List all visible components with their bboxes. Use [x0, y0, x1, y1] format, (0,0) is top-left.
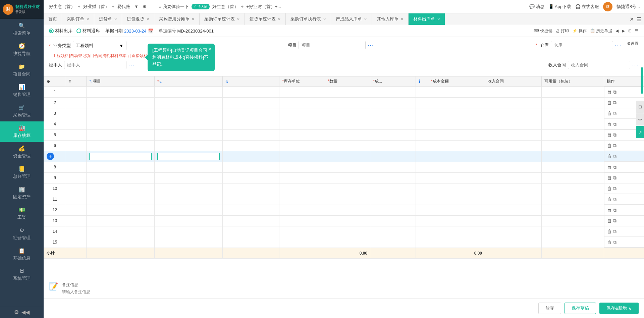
date-value[interactable]: 2023-03-24 [124, 29, 147, 34]
tab-close-other-receipt[interactable]: ✕ [400, 17, 404, 21]
topbar-username[interactable]: 畅捷通8号... [616, 4, 640, 10]
tab-close-material-issue[interactable]: ✕ [437, 17, 440, 21]
sidebar-item-sales[interactable]: 📊 销售管理 [0, 81, 44, 101]
user-avatar[interactable]: 财 [603, 2, 612, 11]
shortcut-btn[interactable]: ⌨ 快捷键 [534, 28, 552, 34]
topbar-nav-hs2[interactable]: 好生意（首） [211, 3, 240, 10]
tab-close-purchase-order[interactable]: ✕ [86, 17, 89, 21]
row-delete-btn[interactable]: 🗑 [607, 154, 612, 159]
tab-close-finished-goods[interactable]: ✕ [364, 17, 367, 21]
cost-info-icon[interactable]: ℹ [419, 79, 420, 84]
topbar-app-download[interactable]: 📱 App下载 [548, 4, 571, 10]
tab-material-issue[interactable]: 材料出库单✕ [409, 13, 445, 25]
radio-material-return[interactable]: 材料退库 [76, 28, 100, 34]
row-delete-btn[interactable]: 🗑 [607, 186, 612, 191]
tab-finished-goods[interactable]: 产成品入库单✕ [331, 13, 372, 25]
row-delete-btn[interactable]: 🗑 [607, 132, 612, 138]
row-input-material[interactable] [157, 153, 220, 160]
business-type-select[interactable]: 工程领料 ▼ [73, 41, 126, 50]
discard-button[interactable]: 放弃 [538, 303, 561, 314]
row-copy-btn[interactable]: ⧉ [613, 218, 616, 224]
save-new-button[interactable]: 保存&新增 ∧ [599, 303, 639, 314]
row-copy-btn[interactable]: ⧉ [613, 186, 616, 192]
tab-close-purchase-expense[interactable]: ✕ [192, 17, 195, 21]
topbar-nav-yidaizhang[interactable]: 易代账 [116, 3, 131, 10]
settings-form-btn[interactable]: ⚙设置 [627, 41, 639, 47]
print-btn[interactable]: 🖨 打印 [556, 28, 569, 34]
row-copy-btn[interactable]: ⧉ [613, 207, 616, 213]
tab-close-order-exec[interactable]: ✕ [323, 17, 326, 21]
tab-close-goods-receipt[interactable]: ✕ [114, 17, 117, 21]
topbar-nav-more[interactable]: ▼ [133, 3, 140, 10]
row-delete-btn[interactable]: 🗑 [607, 240, 612, 245]
right-panel-btn-1[interactable]: ⊞ [636, 101, 644, 113]
tab-order-exec[interactable]: 采购订单执行表✕ [286, 13, 331, 25]
tab-goods-receipt[interactable]: 进货单✕ [94, 13, 122, 25]
project-dots-btn[interactable]: ··· [368, 42, 374, 48]
radio-material-issue[interactable]: 材料出库 [49, 28, 72, 34]
tab-purchase-stats[interactable]: 采购订单统计表✕ [200, 13, 245, 25]
tab-close-receipt-stats[interactable]: ✕ [278, 17, 281, 21]
row-copy-btn[interactable]: ⧉ [613, 111, 616, 116]
sidebar-item-finance[interactable]: 💰 资金管理 [0, 142, 44, 162]
list-view-btn[interactable]: ☰ [635, 29, 639, 33]
right-panel-btn-3[interactable]: ↗ [636, 126, 644, 138]
tab-home[interactable]: 首页 [44, 13, 62, 25]
sidebar-item-ops[interactable]: ⚙ 经营管理 [0, 224, 44, 244]
income-contract-dots-btn[interactable]: ··· [632, 62, 639, 68]
tab-close-all[interactable]: ✕ [630, 16, 634, 22]
sidebar-item-base[interactable]: 📋 基础信息 [0, 244, 44, 265]
row-delete-btn[interactable]: 🗑 [607, 111, 612, 116]
handler-dots-btn[interactable]: ··· [128, 62, 135, 68]
row-copy-btn[interactable]: ⧉ [613, 164, 616, 170]
sidebar-item-assets[interactable]: 🏢 固定资产 [0, 183, 44, 203]
tab-purchase-order[interactable]: 采购订单✕ [62, 13, 94, 25]
topbar-online-service[interactable]: 🎧 在线客服 [575, 4, 599, 10]
sidebar-item-salary[interactable]: 💵 工资 [0, 203, 44, 224]
row-delete-btn[interactable]: 🗑 [607, 121, 612, 127]
tab-menu[interactable]: ☰ [637, 16, 641, 22]
th-cost-info[interactable]: ℹ [416, 76, 428, 87]
calendar-icon[interactable]: 📅 [148, 29, 153, 34]
tab-receipt-stats[interactable]: 进货单统计表✕ [245, 13, 286, 25]
add-row-btn[interactable]: + [47, 153, 54, 160]
row-delete-btn[interactable]: 🗑 [607, 175, 612, 180]
warehouse-dots-btn[interactable]: ··· [615, 42, 622, 48]
warehouse-input[interactable] [551, 41, 613, 49]
row-input-project[interactable] [89, 153, 152, 160]
sidebar-item-accounting[interactable]: 📒 总账管理 [0, 162, 44, 183]
tooltip-close-btn[interactable]: ✕ [208, 46, 212, 53]
grid-view-btn[interactable]: ⊞ [628, 29, 632, 33]
handler-input[interactable] [64, 61, 126, 69]
row-copy-btn[interactable]: ⧉ [613, 89, 616, 95]
row-delete-btn[interactable]: 🗑 [607, 218, 612, 223]
history-btn[interactable]: 📋 历史单据 [590, 28, 612, 34]
collapse-icon[interactable]: ◀◀ [21, 309, 30, 315]
save-draft-button[interactable]: 保存草稿 [565, 303, 596, 314]
sidebar-item-quick-nav[interactable]: 🧭 快捷导航 [0, 40, 44, 60]
row-delete-btn[interactable]: 🗑 [607, 229, 612, 234]
row-copy-btn[interactable]: ⧉ [613, 229, 616, 234]
row-delete-btn[interactable]: 🗑 [607, 100, 612, 105]
tab-close-goods-return[interactable]: ✕ [146, 17, 149, 21]
income-contract-input[interactable] [568, 61, 630, 69]
row-copy-btn[interactable]: ⧉ [613, 100, 616, 106]
prev-btn[interactable]: ◀ [615, 29, 619, 33]
tab-purchase-expense[interactable]: 采购费用分摊单✕ [154, 13, 200, 25]
row-copy-btn[interactable]: ⧉ [613, 121, 616, 127]
topbar-nav-experience[interactable]: ○ 我要体验一下 [157, 3, 190, 10]
topbar-nav-settings[interactable]: ⚙ [141, 3, 148, 10]
topbar-nav-haoyecai[interactable]: 好业财（首） [82, 3, 111, 10]
row-copy-btn[interactable]: ⧉ [613, 240, 616, 245]
row-delete-btn[interactable]: 🗑 [607, 207, 612, 213]
topbar-message[interactable]: 💬 消息 [529, 4, 544, 10]
tab-other-receipt[interactable]: 其他入库单✕ [372, 13, 409, 25]
row-copy-btn[interactable]: ⧉ [613, 132, 616, 138]
sidebar-item-system[interactable]: 🖥 系统管理 [0, 265, 44, 285]
row-delete-btn[interactable]: 🗑 [607, 143, 612, 148]
topbar-nav-haoshengyi[interactable]: 好生意（首） [48, 3, 76, 10]
sidebar-item-project[interactable]: 📁 项目合同 [0, 60, 44, 81]
row-delete-btn[interactable]: 🗑 [607, 89, 612, 95]
settings-bottom-icon[interactable]: ⚙ [14, 309, 19, 315]
row-copy-btn[interactable]: ⧉ [613, 154, 616, 159]
